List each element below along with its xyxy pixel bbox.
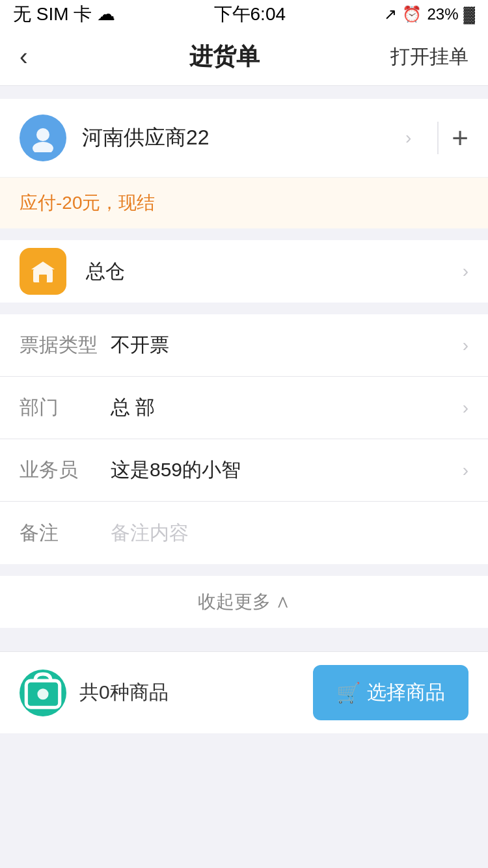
field-chevron-department: ›	[463, 398, 468, 418]
svg-marker-3	[31, 262, 55, 269]
svg-point-1	[33, 142, 53, 152]
select-product-button[interactable]: 🛒 选择商品	[313, 665, 468, 720]
gap5	[0, 628, 488, 640]
collapse-section: 收起更多 ∧	[0, 576, 488, 628]
field-label-invoice-type: 票据类型	[20, 332, 104, 359]
location-icon: ↗	[384, 5, 397, 23]
collapse-button[interactable]: 收起更多 ∧	[0, 576, 488, 628]
supplier-chevron-icon: ›	[405, 128, 411, 148]
field-value-remark[interactable]: 备注内容	[104, 520, 468, 547]
supplier-row[interactable]: 河南供应商22 › +	[0, 99, 488, 178]
warehouse-label: 总仓	[79, 258, 463, 285]
battery-icon: ▓	[463, 5, 475, 23]
alarm-icon: ⏰	[402, 5, 422, 23]
supplier-avatar	[20, 115, 66, 161]
background-fill	[0, 733, 488, 868]
page-title: 进货单	[189, 41, 260, 73]
back-button[interactable]: ‹	[20, 43, 59, 71]
field-label-remark: 备注	[20, 520, 104, 547]
notice-banner: 应付-20元，现结	[0, 178, 488, 228]
field-chevron-invoice-type: ›	[463, 335, 468, 356]
field-label-salesperson: 业务员	[20, 457, 104, 483]
status-left: 无 SIM 卡 ☁	[13, 2, 115, 27]
supplier-divider	[437, 122, 439, 154]
form-section: 票据类型不开票›部门总 部›业务员这是859的小智›备注备注内容	[0, 314, 488, 564]
field-value-invoice-type: 不开票	[104, 332, 463, 359]
field-chevron-salesperson: ›	[463, 460, 468, 481]
field-value-department: 总 部	[104, 394, 463, 421]
nav-bar: ‹ 进货单 打开挂单	[0, 29, 488, 86]
supplier-section: 河南供应商22 › + 应付-20元，现结	[0, 99, 488, 228]
field-value-salesperson: 这是859的小智	[104, 457, 463, 483]
field-label-department: 部门	[20, 394, 104, 421]
field-row-department[interactable]: 部门总 部›	[0, 377, 488, 439]
warehouse-icon-wrap	[20, 248, 66, 295]
product-icon-wrap	[20, 670, 66, 716]
gap2	[0, 228, 488, 240]
notice-text: 应付-20元，现结	[20, 193, 155, 213]
warehouse-chevron-icon: ›	[463, 261, 468, 282]
svg-point-6	[37, 688, 48, 699]
add-button[interactable]: +	[452, 122, 468, 154]
product-count: 共0种商品	[79, 679, 313, 706]
bottom-bar: 共0种商品 🛒 选择商品	[0, 651, 488, 733]
svg-rect-4	[39, 275, 47, 282]
status-center: 下午6:04	[214, 2, 286, 27]
gap4	[0, 564, 488, 576]
field-row-salesperson[interactable]: 业务员这是859的小智›	[0, 439, 488, 502]
battery-text: 23%	[427, 5, 458, 23]
warehouse-section: 总仓 ›	[0, 240, 488, 303]
field-row-invoice-type[interactable]: 票据类型不开票›	[0, 314, 488, 377]
field-row-remark[interactable]: 备注备注内容	[0, 502, 488, 564]
supplier-name: 河南供应商22	[82, 124, 405, 152]
select-product-label: 选择商品	[367, 679, 445, 706]
gap1	[0, 86, 488, 99]
select-product-icon: 🛒	[336, 681, 360, 704]
open-pending-button[interactable]: 打开挂单	[390, 44, 468, 70]
gap3	[0, 303, 488, 314]
warehouse-row[interactable]: 总仓 ›	[0, 240, 488, 303]
status-bar: 无 SIM 卡 ☁ 下午6:04 ↗ ⏰ 23% ▓	[0, 0, 488, 29]
svg-point-0	[36, 128, 49, 141]
status-right: ↗ ⏰ 23% ▓	[384, 5, 475, 23]
